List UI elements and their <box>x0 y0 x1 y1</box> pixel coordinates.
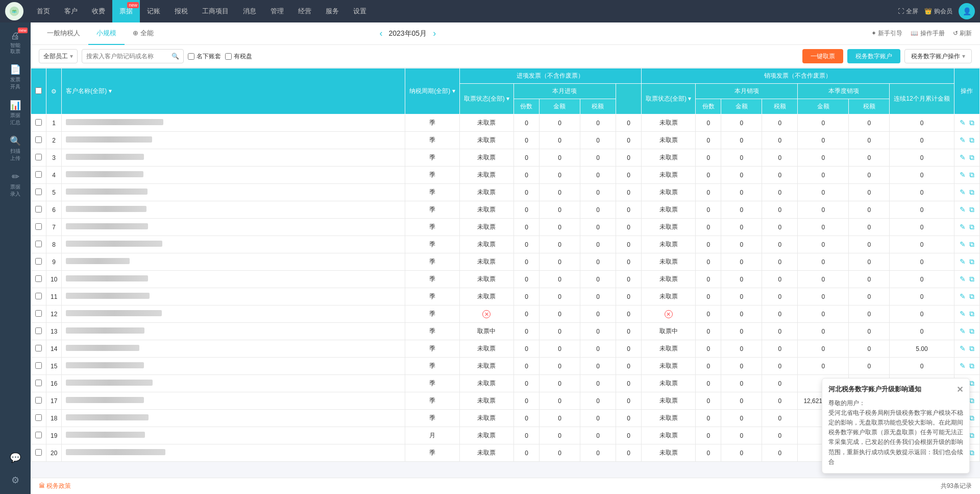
row-checkbox[interactable] <box>35 223 42 230</box>
edit-btn[interactable]: ✎ <box>959 170 967 180</box>
edit-btn[interactable]: ✎ <box>959 204 967 215</box>
copy-btn[interactable]: ⧉ <box>968 309 975 319</box>
edit-btn[interactable]: ✎ <box>959 239 967 249</box>
tab-small[interactable]: 小规模 <box>88 22 125 45</box>
in-status-cell: 未取票 <box>459 444 513 462</box>
tab-all[interactable]: ⊕ 全能 <box>125 22 162 45</box>
row-checkbox[interactable] <box>35 327 42 334</box>
tax-policy-link[interactable]: 🏛 税务政策 <box>39 482 71 490</box>
sub-account-checkbox[interactable]: 名下账套 <box>188 52 221 61</box>
row-checkbox[interactable] <box>35 258 42 265</box>
row-checkbox[interactable] <box>35 345 42 351</box>
copy-btn[interactable]: ⧉ <box>968 187 975 198</box>
sidebar-item-smart-ticket[interactable]: 🖨 智能取票 new <box>1 27 30 59</box>
copy-btn[interactable]: ⧉ <box>968 326 975 337</box>
edit-btn[interactable]: ✎ <box>959 256 967 267</box>
tax-disk-check[interactable] <box>225 53 232 60</box>
copy-btn[interactable]: ⧉ <box>968 291 975 302</box>
nav-item-operation[interactable]: 经营 <box>291 0 318 22</box>
row-checkbox[interactable] <box>35 310 42 317</box>
edit-btn[interactable]: ✎ <box>959 152 967 162</box>
nav-item-settings[interactable]: 设置 <box>346 0 374 22</box>
member-btn[interactable]: 👑 购会员 <box>924 7 952 16</box>
sidebar-bottom-1[interactable]: 💬 <box>1 448 30 467</box>
copy-btn[interactable]: ⧉ <box>968 204 975 215</box>
tax-disk-checkbox[interactable]: 有税盘 <box>225 52 252 61</box>
in-status-cell: 未取票 <box>459 427 513 444</box>
in-amount: 0 <box>539 253 580 271</box>
row-num: 17 <box>46 392 62 410</box>
copy-btn[interactable]: ⧉ <box>968 117 975 128</box>
nav-item-accounting[interactable]: 记账 <box>140 0 167 22</box>
row-checkbox[interactable] <box>35 293 42 299</box>
nav-item-service[interactable]: 服务 <box>318 0 346 22</box>
tab-general[interactable]: 一般纳税人 <box>39 22 88 45</box>
nav-item-customer[interactable]: 客户 <box>57 0 85 22</box>
nav-item-tax[interactable]: 报税 <box>167 0 195 22</box>
tax-account-ops-btn[interactable]: 税务数字账户操作 ▾ <box>904 49 972 63</box>
edit-btn[interactable]: ✎ <box>959 187 967 197</box>
edit-btn[interactable]: ✎ <box>959 343 967 354</box>
sidebar-item-summary[interactable]: 📊 票据汇总 <box>1 96 30 130</box>
copy-btn[interactable]: ⧉ <box>968 239 975 250</box>
period-next-btn[interactable]: › <box>433 28 436 39</box>
settings-icon[interactable]: ⚙ <box>51 88 57 95</box>
row-checkbox[interactable] <box>35 432 42 438</box>
nav-item-home[interactable]: 首页 <box>30 0 57 22</box>
copy-btn[interactable]: ⧉ <box>968 152 975 163</box>
row-checkbox[interactable] <box>35 189 42 195</box>
edit-btn[interactable]: ✎ <box>959 117 967 128</box>
sub-tabs-bar: 一般纳税人 小规模 ⊕ 全能 ‹ 2023年05月 › ✦ 新手引导 📖 操作手… <box>31 22 980 45</box>
nav-item-business[interactable]: 工商项目 <box>195 0 236 22</box>
manual-btn[interactable]: 📖 操作手册 <box>911 29 944 38</box>
row-checkbox[interactable] <box>35 449 42 456</box>
row-checkbox[interactable] <box>35 414 42 421</box>
edit-btn[interactable]: ✎ <box>959 274 967 284</box>
nav-item-manage[interactable]: 管理 <box>263 0 291 22</box>
tax-account-btn[interactable]: 税务数字账户 <box>847 49 900 63</box>
copy-btn[interactable]: ⧉ <box>968 222 975 232</box>
period-prev-btn[interactable]: ‹ <box>379 28 382 39</box>
copy-btn[interactable]: ⧉ <box>968 170 975 180</box>
fullscreen-btn[interactable]: ⛶ 全屏 <box>898 7 918 16</box>
row-checkbox[interactable] <box>35 136 42 143</box>
row-checkbox[interactable] <box>35 154 42 160</box>
edit-btn[interactable]: ✎ <box>959 361 967 371</box>
one-click-btn[interactable]: 一键取票 <box>802 49 843 63</box>
edit-btn[interactable]: ✎ <box>959 291 967 301</box>
sidebar-item-scan[interactable]: 🔍 扫描上传 <box>1 131 30 166</box>
new-guide-btn[interactable]: ✦ 新手引导 <box>871 29 902 38</box>
search-input[interactable] <box>86 53 169 60</box>
edit-btn[interactable]: ✎ <box>959 222 967 232</box>
row-checkbox[interactable] <box>35 275 42 282</box>
sub-account-check[interactable] <box>188 53 194 60</box>
nav-item-billing[interactable]: 收费 <box>85 0 112 22</box>
nav-item-message[interactable]: 消息 <box>236 0 263 22</box>
nav-item-invoice[interactable]: 票据 new <box>112 0 140 22</box>
edit-btn[interactable]: ✎ <box>959 309 967 319</box>
refresh-btn[interactable]: ↺ 刷新 <box>953 29 972 38</box>
sidebar-bottom-2[interactable]: ⚙ <box>1 471 30 490</box>
copy-btn[interactable]: ⧉ <box>968 135 975 146</box>
copy-btn[interactable]: ⧉ <box>968 274 975 285</box>
row-checkbox[interactable] <box>35 241 42 247</box>
row-checkbox[interactable] <box>35 397 42 404</box>
select-all-checkbox[interactable] <box>35 87 42 94</box>
row-checkbox[interactable] <box>35 171 42 178</box>
edit-btn[interactable]: ✎ <box>959 135 967 145</box>
copy-btn[interactable]: ⧉ <box>968 361 975 371</box>
avatar[interactable]: 👤 <box>959 3 975 19</box>
copy-btn[interactable]: ⧉ <box>968 343 975 354</box>
edit-btn[interactable]: ✎ <box>959 326 967 336</box>
row-checkbox[interactable] <box>35 380 42 386</box>
notification-close-btn[interactable]: ✕ <box>957 385 963 394</box>
row-checkbox[interactable] <box>35 119 42 126</box>
sidebar-item-open-invoice[interactable]: 📄 发票开具 <box>1 60 30 95</box>
copy-btn[interactable]: ⧉ <box>968 256 975 267</box>
employee-select[interactable]: 全部员工 ▾ <box>39 49 78 63</box>
row-checkbox[interactable] <box>35 362 42 369</box>
sidebar-item-entry[interactable]: ✏ 票据录入 <box>1 167 30 202</box>
in-amount: 0 <box>539 149 580 167</box>
row-checkbox[interactable] <box>35 206 42 213</box>
search-icon[interactable]: 🔍 <box>172 53 179 60</box>
